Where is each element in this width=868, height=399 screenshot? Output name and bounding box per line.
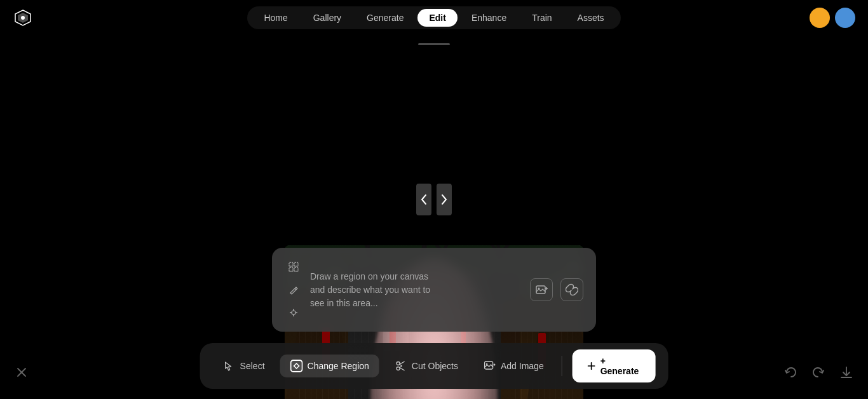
- avatar-blue[interactable]: [835, 8, 855, 28]
- svg-line-62: [400, 362, 405, 365]
- generate-plus-icon: [588, 362, 595, 370]
- app-logo[interactable]: [13, 8, 33, 28]
- undo-btn[interactable]: [782, 363, 799, 381]
- canvas-next-arrow[interactable]: [437, 184, 452, 215]
- svg-rect-44: [289, 262, 293, 266]
- generate-label: + Generate: [600, 356, 641, 376]
- avatar-gold[interactable]: [810, 8, 830, 28]
- svg-rect-59: [291, 360, 302, 372]
- svg-line-26: [367, 245, 380, 247]
- pen-icon[interactable]: [285, 281, 302, 299]
- toolbar-right-icons: [530, 278, 583, 301]
- bottom-right-controls: [782, 363, 855, 381]
- svg-point-60: [397, 362, 400, 365]
- nav-generate[interactable]: Generate: [355, 9, 415, 27]
- canvas-prev-arrow[interactable]: [416, 184, 431, 215]
- svg-line-63: [400, 368, 405, 371]
- generate-btn[interactable]: + Generate: [573, 349, 656, 382]
- select-region-icon[interactable]: [285, 258, 302, 276]
- svg-rect-46: [289, 267, 293, 271]
- svg-line-30: [412, 245, 424, 247]
- svg-line-24: [355, 245, 367, 247]
- svg-marker-58: [226, 362, 231, 370]
- nav-gallery[interactable]: Gallery: [302, 9, 353, 27]
- canvas-area: [0, 0, 868, 399]
- bottom-toolbar: Select Change Region Cut Objects: [200, 343, 668, 389]
- add-image-btn[interactable]: [530, 278, 553, 301]
- prompt-placeholder[interactable]: Draw a region on your canvas and describ…: [310, 270, 522, 310]
- svg-point-2: [21, 16, 25, 20]
- close-btn[interactable]: [13, 363, 31, 381]
- user-area: [810, 8, 855, 28]
- cut-objects-tool-btn[interactable]: Cut Objects: [384, 355, 468, 377]
- download-btn[interactable]: [837, 363, 855, 381]
- prompt-toolbar: Draw a region on your canvas and describ…: [272, 248, 596, 332]
- svg-rect-54: [536, 286, 545, 294]
- select-tool-btn[interactable]: Select: [213, 355, 275, 377]
- svg-rect-45: [294, 262, 298, 266]
- toolbar-tool-icons: [285, 258, 302, 321]
- nav-menu: Home Gallery Generate Edit Enhance Train…: [247, 6, 620, 29]
- top-navigation: Home Gallery Generate Edit Enhance Train…: [0, 0, 868, 36]
- magic-wand-icon[interactable]: [285, 304, 302, 321]
- svg-point-61: [397, 367, 400, 370]
- svg-point-53: [292, 311, 295, 314]
- logo-area: [13, 8, 33, 28]
- cut-objects-icon: [395, 360, 407, 372]
- add-image-tool-btn[interactable]: Add Image: [473, 355, 554, 377]
- nav-assets[interactable]: Assets: [566, 9, 616, 27]
- link-btn[interactable]: [560, 278, 583, 301]
- change-region-icon: [290, 360, 303, 372]
- bottom-left-controls: [13, 363, 31, 381]
- nav-enhance[interactable]: Enhance: [460, 9, 518, 27]
- svg-line-65: [400, 366, 402, 368]
- toolbar-separator: [562, 356, 562, 376]
- nav-train[interactable]: Train: [520, 9, 563, 27]
- nav-edit[interactable]: Edit: [417, 9, 457, 27]
- nav-home[interactable]: Home: [252, 9, 299, 27]
- select-tool-icon: [223, 360, 236, 372]
- change-region-tool-btn[interactable]: Change Region: [280, 355, 379, 377]
- svg-point-67: [486, 363, 488, 365]
- svg-line-48: [295, 288, 296, 290]
- svg-rect-47: [294, 267, 298, 271]
- redo-btn[interactable]: [810, 363, 827, 381]
- add-image-tool-icon: [484, 360, 496, 372]
